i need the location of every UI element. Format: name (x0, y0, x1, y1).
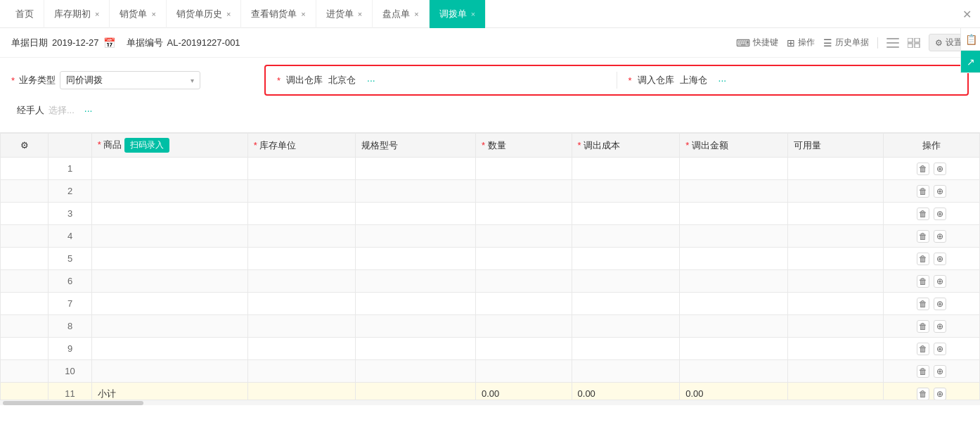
horizontal-scrollbar[interactable] (0, 400, 980, 405)
cell-amount-3[interactable] (680, 203, 788, 225)
cell-spec-9[interactable] (356, 338, 476, 360)
delete-row-1-icon[interactable]: 🗑 (917, 163, 929, 175)
calendar-icon[interactable]: 📅 (103, 37, 115, 49)
cell-amount-6[interactable] (680, 270, 788, 293)
cell-spec-2[interactable] (356, 180, 476, 203)
copy-row-4-icon[interactable]: ⊕ (934, 230, 946, 243)
tab-transfer-order[interactable]: 调拨单 × (430, 0, 486, 28)
delete-row-4-icon[interactable]: 🗑 (917, 230, 929, 243)
cell-cost-10[interactable] (572, 360, 680, 383)
cell-unit-8[interactable] (247, 315, 356, 338)
cell-amount-9[interactable] (680, 338, 788, 360)
delete-row-5-icon[interactable]: 🗑 (917, 253, 929, 265)
business-type-select[interactable]: 同价调拨 ▾ (60, 71, 200, 89)
cell-amount-2[interactable] (680, 180, 788, 203)
tab-home[interactable]: 首页 (6, 0, 44, 28)
tab-close-sales-history[interactable]: × (226, 10, 231, 18)
layout-grid-button[interactable] (908, 38, 920, 48)
cell-unit-4[interactable] (247, 225, 356, 248)
cell-cost-1[interactable] (572, 158, 680, 180)
copy-row-1-icon[interactable]: ⊕ (934, 163, 946, 175)
tab-purchase-order[interactable]: 进货单 × (316, 0, 373, 28)
cell-cost-4[interactable] (572, 225, 680, 248)
cell-unit-7[interactable] (247, 293, 356, 315)
tab-inventory-init[interactable]: 库存期初 × (44, 0, 110, 28)
cell-spec-8[interactable] (356, 315, 476, 338)
delete-row-3-icon[interactable]: 🗑 (917, 208, 929, 220)
to-warehouse-more-icon[interactable]: ··· (718, 75, 727, 86)
subtotal-copy-icon[interactable]: ⊕ (934, 388, 946, 400)
delete-row-7-icon[interactable]: 🗑 (917, 298, 929, 310)
cell-unit-1[interactable] (247, 158, 356, 180)
delete-row-2-icon[interactable]: 🗑 (917, 185, 929, 198)
cell-amount-4[interactable] (680, 225, 788, 248)
tab-view-sales[interactable]: 查看销货单 × (241, 0, 316, 28)
tab-close-purchase-order[interactable]: × (358, 10, 362, 18)
tab-inventory-check[interactable]: 盘点单 × (373, 0, 429, 28)
cell-spec-7[interactable] (356, 293, 476, 315)
copy-row-10-icon[interactable]: ⊕ (934, 365, 946, 378)
cell-spec-1[interactable] (356, 158, 476, 180)
copy-row-8-icon[interactable]: ⊕ (934, 320, 946, 333)
cell-amount-1[interactable] (680, 158, 788, 180)
tab-close-inventory-init[interactable]: × (95, 10, 99, 18)
copy-row-7-icon[interactable]: ⊕ (934, 298, 946, 310)
cell-product-7[interactable] (91, 293, 247, 315)
cell-spec-4[interactable] (356, 225, 476, 248)
sidebar-expand-icon[interactable]: ↗ (961, 51, 980, 73)
cell-amount-7[interactable] (680, 293, 788, 315)
cell-unit-5[interactable] (247, 248, 356, 270)
cell-qty-1[interactable] (475, 158, 572, 180)
scrollbar-thumb[interactable] (3, 401, 143, 405)
tab-close-transfer-order[interactable]: × (471, 10, 475, 18)
cell-qty-8[interactable] (475, 315, 572, 338)
cell-product-5[interactable] (91, 248, 247, 270)
cell-product-4[interactable] (91, 225, 247, 248)
cell-qty-2[interactable] (475, 180, 572, 203)
th-settings[interactable]: ⚙ (1, 134, 49, 158)
layout-list-button[interactable] (886, 38, 899, 48)
cell-cost-7[interactable] (572, 293, 680, 315)
cell-product-8[interactable] (91, 315, 247, 338)
cell-spec-10[interactable] (356, 360, 476, 383)
delete-row-6-icon[interactable]: 🗑 (917, 275, 929, 288)
cell-product-1[interactable] (91, 158, 247, 180)
cell-spec-6[interactable] (356, 270, 476, 293)
tab-sales-history[interactable]: 销货单历史 × (167, 0, 241, 28)
cell-unit-9[interactable] (247, 338, 356, 360)
subtotal-delete-icon[interactable]: 🗑 (917, 388, 929, 400)
cell-unit-10[interactable] (247, 360, 356, 383)
cell-product-2[interactable] (91, 180, 247, 203)
cell-unit-3[interactable] (247, 203, 356, 225)
cell-amount-10[interactable] (680, 360, 788, 383)
cell-amount-8[interactable] (680, 315, 788, 338)
cell-qty-10[interactable] (475, 360, 572, 383)
cell-qty-7[interactable] (475, 293, 572, 315)
cell-unit-2[interactable] (247, 180, 356, 203)
copy-row-3-icon[interactable]: ⊕ (934, 208, 946, 220)
delete-row-8-icon[interactable]: 🗑 (917, 320, 929, 333)
cell-qty-3[interactable] (475, 203, 572, 225)
delete-row-9-icon[interactable]: 🗑 (917, 343, 929, 355)
cell-cost-8[interactable] (572, 315, 680, 338)
operations-button[interactable]: ⊞ 操作 (787, 37, 815, 49)
cell-qty-6[interactable] (475, 270, 572, 293)
cell-cost-2[interactable] (572, 180, 680, 203)
scan-button[interactable]: 扫码录入 (124, 138, 169, 153)
history-button[interactable]: ☰ 历史单据 (823, 37, 869, 49)
cell-unit-6[interactable] (247, 270, 356, 293)
sidebar-notes-icon[interactable]: 📋 (961, 28, 980, 51)
copy-row-2-icon[interactable]: ⊕ (934, 185, 946, 198)
cell-qty-5[interactable] (475, 248, 572, 270)
cell-spec-5[interactable] (356, 248, 476, 270)
cell-spec-3[interactable] (356, 203, 476, 225)
from-warehouse-more-icon[interactable]: ··· (367, 75, 375, 86)
cell-qty-9[interactable] (475, 338, 572, 360)
tab-close-view-sales[interactable]: × (301, 10, 305, 18)
cell-product-6[interactable] (91, 270, 247, 293)
copy-row-9-icon[interactable]: ⊕ (934, 343, 946, 355)
shortcuts-button[interactable]: ⌨ 快捷键 (736, 37, 778, 49)
tab-close-inventory-check[interactable]: × (414, 10, 418, 18)
cell-cost-6[interactable] (572, 270, 680, 293)
cell-product-3[interactable] (91, 203, 247, 225)
